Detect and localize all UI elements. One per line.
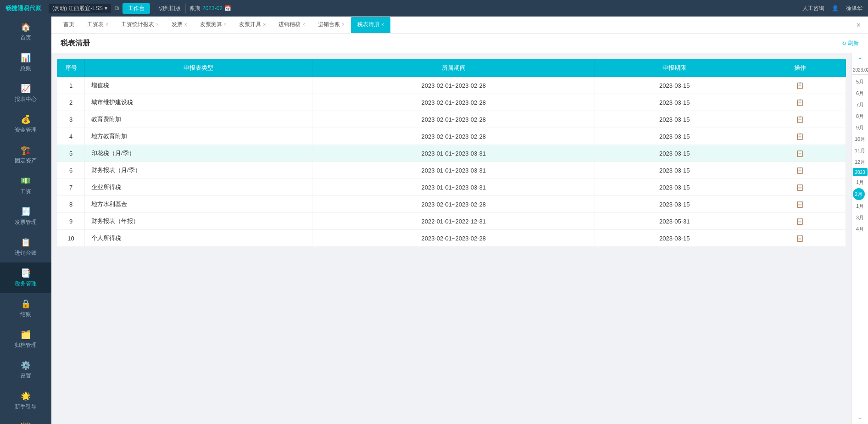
month-item[interactable]: 7月 (853, 99, 868, 110)
sidebar-item-report-center[interactable]: 📈报表中心 (0, 78, 51, 109)
table-row: 3 教育费附加 2023-02-01~2023-02-28 2023-03-15… (57, 111, 846, 128)
cell-action[interactable]: 📋 (754, 77, 846, 94)
month-item[interactable]: 12月 (853, 156, 868, 167)
tab-label-sales-check: 进销稽核 (278, 21, 300, 28)
tab-payroll[interactable]: 工资表× (81, 17, 115, 33)
cell-no: 10 (57, 230, 85, 247)
month-item[interactable]: 8月 (853, 111, 868, 122)
sidebar-item-sales-ledger[interactable]: 📋进销台账 (0, 232, 51, 262)
month-item-1[interactable]: 1月 (853, 177, 868, 188)
action-icon[interactable]: 📋 (796, 133, 804, 140)
action-icon[interactable]: 📋 (796, 82, 804, 89)
user-name[interactable]: 徐泽华 (846, 5, 862, 12)
month-item[interactable]: 1月 (853, 201, 868, 212)
cell-deadline: 2023-03-15 (595, 111, 754, 128)
month-item[interactable]: 9月 (853, 122, 868, 133)
cell-action[interactable]: 📋 (754, 179, 846, 196)
switch-old-button[interactable]: 切到旧版 (154, 3, 186, 14)
tab-tax-register[interactable]: 税表清册× (351, 17, 390, 33)
cell-action[interactable]: 📋 (754, 128, 846, 145)
page-header: 税表清册 ↻ 刷新 (51, 34, 868, 53)
company-selector[interactable]: (勿动) 江西股宜-LSS ▾ (49, 4, 111, 13)
month-item[interactable]: 6月 (853, 88, 868, 99)
copy-icon[interactable]: ⧉ (115, 5, 119, 12)
action-icon[interactable]: 📋 (796, 184, 804, 191)
tab-payroll-stats[interactable]: 工资统计报表× (115, 17, 165, 33)
action-icon[interactable]: 📋 (796, 99, 804, 106)
tab-close-payroll[interactable]: × (106, 22, 108, 27)
workbench-button[interactable]: 工作台 (122, 3, 150, 14)
month-item[interactable]: 11月 (853, 145, 868, 156)
month-item-active[interactable]: 2月 (853, 188, 865, 200)
cell-no: 2 (57, 94, 85, 111)
table-row: 5 印花税（月/季） 2023-01-01~2023-03-31 2023-03… (57, 145, 846, 162)
company-dropdown-icon[interactable]: ▾ (105, 5, 107, 11)
month-item[interactable]: 5月 (853, 76, 868, 87)
tab-close-sales-ledger[interactable]: × (342, 22, 345, 27)
action-icon[interactable]: 📋 (796, 167, 804, 174)
year-badge[interactable]: 2023 (853, 168, 868, 176)
sidebar-item-settings[interactable]: ⚙️设置 (0, 355, 51, 385)
cell-action[interactable]: 📋 (754, 213, 846, 230)
tab-close-invoice[interactable]: × (184, 22, 187, 27)
tab-label-payroll-stats: 工资统计报表 (121, 21, 154, 28)
tab-invoice-issue[interactable]: 发票开具× (233, 17, 272, 33)
tab-bar-close-button[interactable]: × (855, 21, 862, 29)
sidebar-item-member[interactable]: 👑畅会员 (0, 416, 51, 424)
sidebar-icon-report-center: 📈 (21, 84, 31, 94)
tab-close-invoice-issue[interactable]: × (263, 22, 266, 27)
cell-action[interactable]: 📋 (754, 94, 846, 111)
sidebar-item-home[interactable]: 🏠首页 (0, 17, 51, 47)
cell-action[interactable]: 📋 (754, 162, 846, 179)
tab-sales-ledger[interactable]: 进销台账× (312, 17, 351, 33)
calendar-icon[interactable]: 📅 (224, 5, 231, 11)
tab-close-tax-register[interactable]: × (381, 22, 384, 27)
action-icon[interactable]: 📋 (796, 201, 804, 208)
cell-type: 教育费附加 (85, 111, 312, 128)
col-header-3: 申报期限 (595, 59, 754, 77)
sidebar-item-invoice-mgmt[interactable]: 🧾发票管理 (0, 201, 51, 232)
sidebar-icon-closing: 🔒 (21, 299, 31, 309)
period-section: 账期 2023-02 📅 (189, 5, 231, 12)
panel-nav-down[interactable]: ⌄ (856, 412, 864, 422)
col-header-4: 操作 (754, 59, 846, 77)
tab-close-payroll-stats[interactable]: × (156, 22, 159, 27)
cell-action[interactable]: 📋 (754, 111, 846, 128)
action-icon[interactable]: 📋 (796, 218, 804, 225)
cell-action[interactable]: 📋 (754, 230, 846, 247)
tab-close-invoice-calc[interactable]: × (224, 22, 227, 27)
month-item[interactable]: 4月 (853, 223, 868, 234)
period-value[interactable]: 2023-02 (202, 5, 223, 11)
cell-type: 增值税 (85, 77, 312, 94)
tab-invoice-calc[interactable]: 发票测算× (194, 17, 233, 33)
cell-deadline: 2023-03-15 (595, 162, 754, 179)
tab-close-sales-check[interactable]: × (302, 22, 305, 27)
tab-invoice[interactable]: 发票× (165, 17, 194, 33)
action-icon[interactable]: 📋 (796, 116, 804, 123)
sidebar-item-archive-mgmt[interactable]: 🗂️归档管理 (0, 324, 51, 355)
col-header-2: 所属期间 (312, 59, 595, 77)
cell-period: 2023-02-01~2023-02-28 (312, 111, 595, 128)
sidebar-item-fixed-assets[interactable]: 🏗️固定资产 (0, 139, 51, 170)
sidebar-item-tax-mgmt[interactable]: 📑税务管理 (0, 262, 51, 293)
sidebar-label-payroll: 工资 (20, 188, 31, 195)
cell-action[interactable]: 📋 (754, 145, 846, 162)
cell-period: 2023-02-01~2023-02-28 (312, 128, 595, 145)
refresh-button[interactable]: ↻ 刷新 (842, 39, 859, 47)
table-main: 序号申报表类型所属期间申报期限操作 1 增值税 2023-02-01~2023-… (51, 53, 851, 424)
panel-nav-up[interactable]: ⌃ (856, 55, 864, 66)
support-link[interactable]: 人工咨询 (802, 5, 824, 12)
action-icon[interactable]: 📋 (796, 150, 804, 157)
action-icon[interactable]: 📋 (796, 234, 804, 242)
cell-action[interactable]: 📋 (754, 196, 846, 213)
sidebar-item-fund-mgmt[interactable]: 💰资金管理 (0, 109, 51, 139)
tab-sales-check[interactable]: 进销稽核× (272, 17, 312, 33)
month-item[interactable]: 10月 (853, 134, 868, 145)
sidebar-item-new-guide[interactable]: 🌟新手引导 (0, 385, 51, 416)
tab-home[interactable]: 首页 (57, 17, 81, 33)
sidebar-item-payroll[interactable]: 💵工资 (0, 170, 51, 201)
sidebar-item-closing[interactable]: 🔒结账 (0, 293, 51, 324)
top-bar-right: 人工咨询 👤 徐泽华 (802, 5, 862, 12)
month-item[interactable]: 3月 (853, 212, 868, 223)
sidebar-item-general-ledger[interactable]: 📊总账 (0, 47, 51, 78)
